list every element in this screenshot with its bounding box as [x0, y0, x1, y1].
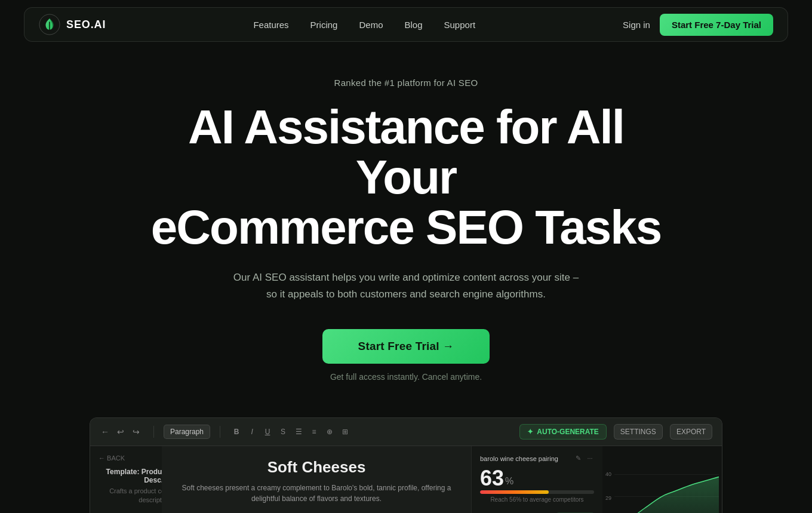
hero-title-line1: AI Assistance for All Your [188, 100, 624, 204]
wand-icon: ✦ [527, 428, 533, 436]
keyword-title: barolo wine cheese pairing [480, 455, 558, 462]
app-screenshot: ← ↩ ↪ Paragraph B I U S ☰ ≡ ⊕ ⊞ [90, 417, 722, 513]
svg-text:29: 29 [605, 495, 611, 501]
cta-area: Start Free Trial → Get full access insta… [24, 329, 788, 382]
header-actions: Sign in Start Free 7-Day Trial [623, 14, 773, 36]
app-body-row: ← BACK Template: Product Collection Desc… [90, 446, 722, 513]
content-intro: Soft cheeses present a creamy complement… [179, 483, 454, 504]
right-header: barolo wine cheese pairing ✎ ··· [480, 454, 594, 463]
settings-button[interactable]: SETTINGS [614, 424, 663, 440]
outer-right-chart: 40 29 [602, 446, 722, 513]
logo[interactable]: SEO.AI [39, 14, 106, 35]
undo-icon[interactable]: ↩ [115, 426, 126, 437]
score-suffix: % [505, 476, 513, 487]
bold-button[interactable]: B [230, 425, 243, 438]
edit-icon[interactable]: ✎ [574, 454, 582, 463]
score-bar-fill [480, 490, 549, 494]
left-panel: ← BACK Template: Product Collection Desc… [90, 446, 162, 513]
auto-generate-button[interactable]: ✦ AUTO-GENERATE [519, 424, 607, 440]
main-nav: Features Pricing Demo Blog Support [253, 20, 475, 30]
metric-seo-title: SEO TITLE Optimised ✓ [480, 510, 594, 513]
back-arrow-icon[interactable]: ← [100, 426, 110, 437]
main-header: SEO.AI Features Pricing Demo Blog Suppor… [24, 7, 788, 42]
nav-demo[interactable]: Demo [359, 20, 383, 30]
nav-pricing[interactable]: Pricing [310, 20, 338, 30]
logo-text: SEO.AI [66, 19, 106, 31]
cta-note: Get full access instantly. Cancel anytim… [330, 372, 482, 382]
hero-title-line2: eCommerce SEO Tasks [151, 201, 661, 254]
paragraph-dropdown[interactable]: Paragraph [164, 425, 210, 439]
app-toolbar: ← ↩ ↪ Paragraph B I U S ☰ ≡ ⊕ ⊞ [90, 418, 722, 446]
nav-support[interactable]: Support [444, 20, 476, 30]
list-ordered-button[interactable]: ≡ [307, 425, 321, 438]
score-bar [480, 490, 594, 494]
sign-in-button[interactable]: Sign in [623, 20, 650, 30]
content-title: Soft Cheeses [179, 458, 454, 477]
template-desc: Crafts a product collection page descrip… [99, 487, 162, 505]
nav-features[interactable]: Features [253, 20, 288, 30]
right-panel: barolo wine cheese pairing ✎ ··· 63 % Re… [471, 446, 602, 513]
italic-button[interactable]: I [245, 425, 259, 438]
logo-icon [39, 14, 60, 35]
svg-text:40: 40 [605, 471, 611, 477]
more-icon[interactable]: ··· [586, 454, 594, 463]
strikethrough-button[interactable]: S [276, 425, 290, 438]
underline-button[interactable]: U [261, 425, 274, 438]
seo-metrics: SEO TITLE Optimised ✓ H1 Optimised ✓ SUB… [480, 510, 594, 513]
toolbar-sep-2 [220, 426, 220, 438]
screenshot-container: ← ↩ ↪ Paragraph B I U S ☰ ≡ ⊕ ⊞ [90, 417, 722, 513]
table-button[interactable]: ⊞ [339, 425, 352, 438]
edit-icons: ✎ ··· [574, 454, 594, 463]
export-button[interactable]: EXPORT [670, 424, 712, 440]
outer-left-panel: ← BACK Template: Product Collection Desc… [90, 446, 162, 513]
hero-badge: Ranked the #1 platform for AI SEO [24, 78, 788, 88]
link-button[interactable]: ⊕ [323, 425, 336, 438]
template-title: Template: Product Collection Desc... [99, 468, 162, 484]
score-target: Reach 56% to average competitors [480, 496, 594, 503]
hero-subtitle: Our AI SEO assistant helps you write and… [227, 269, 585, 303]
toolbar-sep-1 [153, 426, 154, 438]
score-number: 63 [480, 468, 504, 489]
chart-svg: 40 29 [602, 446, 722, 513]
list-unordered-button[interactable]: ☰ [292, 425, 305, 438]
redo-icon[interactable]: ↪ [131, 426, 142, 437]
back-label[interactable]: ← BACK [99, 454, 162, 462]
nav-blog[interactable]: Blog [404, 20, 422, 30]
format-buttons: B I U S ☰ ≡ ⊕ ⊞ [230, 425, 352, 438]
hero-section: Ranked the #1 platform for AI SEO AI Ass… [0, 0, 812, 513]
cta-button[interactable]: Start Free Trial → [322, 329, 490, 364]
hero-title: AI Assistance for All Your eCommerce SEO… [137, 102, 675, 253]
score-display: 63 % [480, 468, 594, 489]
main-panel: Soft Cheeses Soft cheeses present a crea… [162, 446, 471, 513]
toolbar-nav: ← ↩ ↪ [100, 426, 142, 437]
start-trial-button[interactable]: Start Free 7-Day Trial [660, 14, 773, 36]
